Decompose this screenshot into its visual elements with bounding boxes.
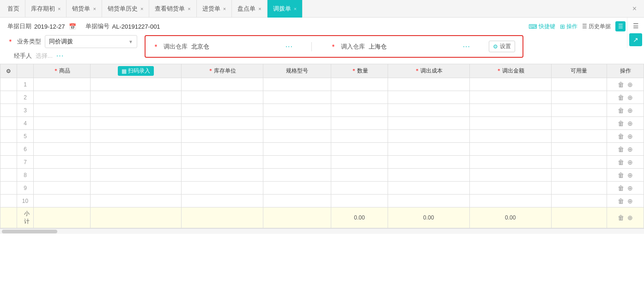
row-qty-cell[interactable]	[331, 143, 388, 156]
person-input[interactable]: 选择...	[36, 52, 53, 60]
row-delete-icon[interactable]: 🗑	[618, 146, 624, 153]
row-cost-cell[interactable]	[388, 143, 469, 156]
row-copy-icon[interactable]: ⊕	[627, 120, 633, 127]
row-delete-icon[interactable]: 🗑	[618, 94, 624, 101]
tab-stocktake-close[interactable]: ×	[258, 6, 261, 12]
row-product-cell[interactable]	[34, 91, 91, 104]
sidebar-export-icon[interactable]: ↗	[629, 33, 642, 46]
row-amount-cell[interactable]	[469, 195, 551, 208]
row-cost-cell[interactable]	[388, 104, 469, 117]
row-qty-cell[interactable]	[331, 195, 388, 208]
row-amount-cell[interactable]	[469, 104, 551, 117]
row-unit-cell[interactable]	[181, 130, 263, 143]
tab-purchase-close[interactable]: ×	[223, 6, 226, 12]
in-warehouse-more-icon[interactable]: ···	[463, 43, 470, 51]
row-product-cell[interactable]	[34, 143, 91, 156]
row-copy-icon[interactable]: ⊕	[627, 133, 633, 140]
row-amount-cell[interactable]	[469, 156, 551, 169]
row-qty-cell[interactable]	[331, 156, 388, 169]
tab-view-sales-close[interactable]: ×	[188, 6, 190, 12]
tab-sales-order-close[interactable]: ×	[93, 6, 96, 12]
row-cost-cell[interactable]	[388, 169, 469, 182]
row-cost-cell[interactable]	[388, 117, 469, 130]
row-spec-cell[interactable]	[263, 117, 331, 130]
row-copy-icon[interactable]: ⊕	[627, 81, 633, 88]
row-copy-icon[interactable]: ⊕	[627, 197, 633, 205]
row-copy-icon[interactable]: ⊕	[627, 94, 633, 101]
row-amount-cell[interactable]	[469, 78, 551, 91]
tab-stocktake[interactable]: 盘点单 ×	[232, 0, 267, 18]
setting-button[interactable]: ⚙ 设置	[489, 41, 515, 52]
row-amount-cell[interactable]	[469, 143, 551, 156]
row-product-cell[interactable]	[34, 104, 91, 117]
row-unit-cell[interactable]	[181, 195, 263, 208]
row-qty-cell[interactable]	[331, 91, 388, 104]
row-product-cell[interactable]	[34, 182, 91, 195]
row-spec-cell[interactable]	[263, 169, 331, 182]
row-qty-cell[interactable]	[331, 78, 388, 91]
row-delete-icon[interactable]: 🗑	[618, 184, 624, 192]
row-amount-cell[interactable]	[469, 91, 551, 104]
row-spec-cell[interactable]	[263, 130, 331, 143]
row-qty-cell[interactable]	[331, 104, 388, 117]
th-gear[interactable]: ⚙	[0, 64, 17, 78]
row-copy-icon[interactable]: ⊕	[627, 146, 633, 153]
row-unit-cell[interactable]	[181, 156, 263, 169]
row-copy-icon[interactable]: ⊕	[627, 107, 633, 114]
biz-type-select[interactable]: 同价调拨 ▼	[45, 35, 137, 48]
tab-transfer-close[interactable]: ×	[294, 6, 297, 12]
row-copy-icon[interactable]: ⊕	[627, 184, 633, 192]
th-scan[interactable]: ▦ 扫码录入	[90, 64, 181, 78]
row-copy-icon[interactable]: ⊕	[627, 159, 633, 166]
row-cost-cell[interactable]	[388, 156, 469, 169]
operations-btn[interactable]: ⊞ 操作	[560, 23, 577, 31]
row-product-cell[interactable]	[34, 78, 91, 91]
row-amount-cell[interactable]	[469, 182, 551, 195]
row-spec-cell[interactable]	[263, 156, 331, 169]
window-close-button[interactable]: ×	[627, 5, 642, 13]
row-qty-cell[interactable]	[331, 182, 388, 195]
row-unit-cell[interactable]	[181, 143, 263, 156]
row-qty-cell[interactable]	[331, 117, 388, 130]
row-delete-icon[interactable]: 🗑	[618, 171, 624, 179]
row-delete-icon[interactable]: 🗑	[618, 133, 624, 140]
row-cost-cell[interactable]	[388, 195, 469, 208]
row-amount-cell[interactable]	[469, 130, 551, 143]
row-copy-icon[interactable]: ⊕	[627, 171, 633, 179]
row-delete-icon[interactable]: 🗑	[618, 159, 624, 166]
row-product-cell[interactable]	[34, 195, 91, 208]
horizontal-scrollbar[interactable]	[0, 228, 644, 234]
row-spec-cell[interactable]	[263, 195, 331, 208]
row-unit-cell[interactable]	[181, 169, 263, 182]
subtotal-copy-icon[interactable]: ⊕	[627, 214, 633, 221]
person-more-icon[interactable]: ···	[56, 52, 64, 60]
row-unit-cell[interactable]	[181, 78, 263, 91]
row-qty-cell[interactable]	[331, 169, 388, 182]
row-spec-cell[interactable]	[263, 104, 331, 117]
tab-sales-history[interactable]: 销货单历史 ×	[102, 0, 149, 18]
out-warehouse-more-icon[interactable]: ···	[286, 43, 293, 51]
row-amount-cell[interactable]	[469, 117, 551, 130]
row-delete-icon[interactable]: 🗑	[618, 107, 624, 114]
row-delete-icon[interactable]: 🗑	[618, 120, 624, 127]
row-spec-cell[interactable]	[263, 91, 331, 104]
row-cost-cell[interactable]	[388, 78, 469, 91]
row-qty-cell[interactable]	[331, 130, 388, 143]
row-spec-cell[interactable]	[263, 182, 331, 195]
shortcuts-btn[interactable]: ⌨ 快捷键	[529, 23, 555, 31]
row-delete-icon[interactable]: 🗑	[618, 197, 624, 205]
scan-btn[interactable]: ▦ 扫码录入	[118, 66, 154, 76]
row-spec-cell[interactable]	[263, 143, 331, 156]
row-unit-cell[interactable]	[181, 91, 263, 104]
row-product-cell[interactable]	[34, 130, 91, 143]
tab-home[interactable]: 首页	[2, 0, 25, 18]
row-cost-cell[interactable]	[388, 91, 469, 104]
tab-view-sales[interactable]: 查看销货单 ×	[149, 0, 196, 18]
row-delete-icon[interactable]: 🗑	[618, 81, 624, 88]
scrollbar-thumb[interactable]	[2, 230, 57, 233]
list-view-btn[interactable]: ☰	[615, 21, 626, 31]
row-spec-cell[interactable]	[263, 78, 331, 91]
row-product-cell[interactable]	[34, 169, 91, 182]
tab-inventory-init[interactable]: 库存期初 ×	[25, 0, 67, 18]
tab-sales-order[interactable]: 销货单 ×	[67, 0, 102, 18]
